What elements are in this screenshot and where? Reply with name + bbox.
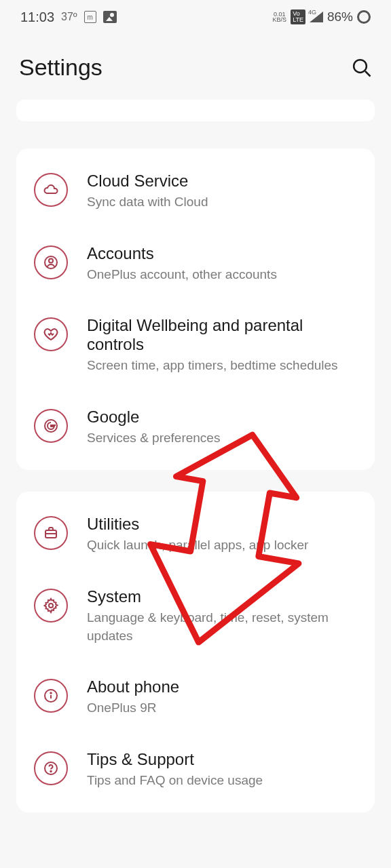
gallery-icon	[103, 11, 117, 23]
battery-ring-icon	[357, 10, 371, 24]
item-subtitle: Tips and FAQ on device usage	[87, 772, 357, 790]
cloud-service-item[interactable]: Cloud Service Sync data with Cloud	[16, 155, 375, 228]
item-title: Utilities	[87, 515, 357, 534]
accounts-item[interactable]: Accounts OnePlus account, other accounts	[16, 228, 375, 300]
item-subtitle: Quick launch, parallel apps, app locker	[87, 536, 357, 555]
item-subtitle: Services & preferences	[87, 429, 357, 448]
gear-icon	[34, 589, 68, 623]
google-icon	[34, 409, 68, 443]
briefcase-icon	[34, 516, 68, 550]
svg-point-3	[49, 258, 53, 262]
cloud-icon	[34, 173, 68, 207]
item-title: Accounts	[87, 244, 357, 263]
heart-icon	[34, 317, 68, 351]
status-right: 0.01 KB/S VoLTE 4G 86%	[273, 9, 371, 24]
data-speed: 0.01 KB/S	[273, 12, 287, 22]
settings-group-2: Utilities Quick launch, parallel apps, a…	[16, 492, 375, 812]
search-icon[interactable]	[352, 58, 372, 78]
header: Settings	[0, 34, 391, 100]
item-title: Digital Wellbeing and parental controls	[87, 316, 357, 354]
utilities-item[interactable]: Utilities Quick launch, parallel apps, a…	[16, 498, 375, 571]
tips-support-item[interactable]: Tips & Support Tips and FAQ on device us…	[16, 734, 375, 806]
svg-line-1	[365, 71, 371, 77]
spacer-card	[16, 100, 375, 121]
about-phone-item[interactable]: About phone OnePlus 9R	[16, 661, 375, 734]
item-subtitle: Language & keyboard, time, reset, system…	[87, 609, 357, 645]
volte-icon: VoLTE	[291, 9, 305, 24]
item-subtitle: Sync data with Cloud	[87, 193, 357, 212]
page-title: Settings	[19, 54, 103, 81]
svg-point-6	[49, 604, 53, 608]
svg-point-0	[354, 60, 367, 73]
status-time: 11:03	[20, 9, 54, 25]
digital-wellbeing-item[interactable]: Digital Wellbeing and parental controls …	[16, 300, 375, 391]
settings-group-1: Cloud Service Sync data with Cloud Accou…	[16, 149, 375, 470]
item-title: Google	[87, 408, 357, 427]
item-title: Tips & Support	[87, 750, 357, 769]
svg-point-11	[50, 770, 52, 772]
item-title: About phone	[87, 677, 357, 696]
item-subtitle: OnePlus account, other accounts	[87, 266, 357, 284]
system-item[interactable]: System Language & keyboard, time, reset,…	[16, 571, 375, 661]
item-title: System	[87, 587, 357, 606]
battery-percentage: 86%	[327, 9, 353, 24]
item-title: Cloud Service	[87, 172, 357, 191]
status-bar: 11:03 37º m 0.01 KB/S VoLTE 4G 86%	[0, 0, 391, 34]
signal-icon: 4G	[310, 12, 323, 22]
item-subtitle: OnePlus 9R	[87, 699, 357, 717]
status-temp: 37º	[61, 11, 77, 23]
google-item[interactable]: Google Services & preferences	[16, 391, 375, 464]
status-left: 11:03 37º m	[20, 9, 117, 25]
info-icon	[34, 679, 68, 713]
item-subtitle: Screen time, app timers, bedtime schedul…	[87, 357, 357, 375]
m-icon: m	[84, 11, 96, 23]
question-icon	[34, 751, 68, 785]
svg-point-9	[50, 692, 52, 694]
account-icon	[34, 245, 68, 279]
